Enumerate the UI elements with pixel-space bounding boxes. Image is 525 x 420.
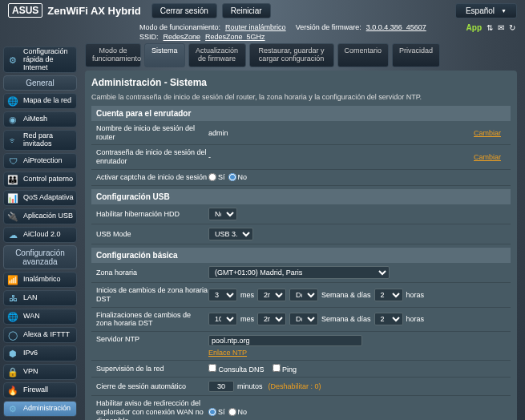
people-icon: 👪 — [6, 173, 19, 186]
dst-end-day[interactable]: Dom — [289, 313, 318, 325]
reboot-button[interactable]: Reiniciar — [222, 3, 271, 18]
sidebar-firewall[interactable]: 🔥Firewall — [3, 382, 77, 398]
wan-icon: 🌐 — [6, 310, 19, 323]
tab-feedback[interactable]: Comentario — [337, 43, 390, 67]
sidebar-network-map[interactable]: 🌐Mapa de la red — [3, 93, 77, 109]
panel-desc: Cambie la contraseña de inicio de sesión… — [91, 93, 511, 101]
sidebar-aiprotection[interactable]: 🛡AiProtection — [3, 153, 77, 169]
ipv6-icon: ⬢ — [6, 347, 19, 360]
sidebar-wireless[interactable]: 📶Inalámbrico — [3, 272, 77, 288]
section-usb: Configuración USB — [91, 189, 511, 204]
sidebar-alexa[interactable]: ◯Alexa & IFTTT — [3, 327, 77, 343]
change-pass-link[interactable]: Cambiar — [474, 153, 501, 161]
dst-start-day[interactable]: Dom — [289, 289, 318, 301]
change-login-link[interactable]: Cambiar — [474, 129, 501, 137]
ping-checkbox[interactable]: Ping — [273, 364, 297, 374]
sidebar-vpn[interactable]: 🔒VPN — [3, 364, 77, 380]
sidebar-general-head: General — [3, 75, 77, 91]
sidebar-usb-app[interactable]: 🔌Aplicación USB — [3, 208, 77, 224]
row-wan-redirect: Habilitar aviso de redirección del explo… — [91, 396, 511, 420]
alexa-icon: ◯ — [6, 329, 19, 341]
admin-panel: Administración - Sistema Cambie la contr… — [85, 71, 517, 420]
cloud-icon: ☁ — [6, 228, 19, 241]
section-account: Cuenta para el enrutador — [91, 106, 511, 121]
row-captcha: Activar captcha de inicio de sesión Sí N… — [91, 170, 511, 186]
dns-checkbox[interactable]: Consulta DNS — [208, 364, 265, 374]
wifi-icon: 📶 — [6, 273, 19, 286]
globe-icon: 🌐 — [6, 95, 19, 107]
dst-start-month[interactable]: 3 — [208, 289, 237, 301]
gauge-icon: 📊 — [6, 192, 19, 204]
sidebar-wan[interactable]: 🌐WAN — [3, 309, 77, 325]
section-basic: Configuración básica — [91, 248, 511, 263]
captcha-yes[interactable]: Sí — [208, 173, 225, 181]
ssid1-link[interactable]: RedesZone — [164, 33, 201, 41]
tab-privacy[interactable]: Privacidad — [392, 43, 440, 67]
tab-row: Modo de funcionamiento Sistema Actualiza… — [85, 43, 517, 67]
autologout-input[interactable] — [208, 381, 234, 392]
sidebar-aimesh[interactable]: ◉AiMesh — [3, 111, 77, 127]
main-content: Modo de funcionamiento Sistema Actualiza… — [80, 43, 525, 420]
dst-end-month[interactable]: 10 — [208, 313, 237, 325]
panel-title: Administración - Sistema — [91, 77, 511, 88]
dst-end-hour[interactable]: 2 — [374, 313, 403, 325]
ntp-link[interactable]: Enlace NTP — [208, 349, 506, 357]
hdd-select[interactable]: No — [208, 208, 237, 220]
app-link[interactable]: App — [466, 23, 482, 32]
sidebar-parental[interactable]: 👪Control paterno — [3, 172, 77, 188]
sidebar: ⚙ Configuración rápida de Internet Gener… — [0, 43, 80, 420]
vpn-icon: 🔒 — [6, 365, 19, 378]
sidebar-adv-head: Configuración avanzada — [3, 245, 77, 269]
fire-icon: 🔥 — [6, 384, 19, 397]
lan-icon: 🖧 — [6, 292, 19, 305]
captcha-no[interactable]: No — [228, 173, 248, 181]
language-dropdown[interactable]: Español — [455, 3, 517, 18]
model-name: ZenWiFi AX Hybrid — [47, 5, 140, 17]
row-login-name: Nombre de inicio de sesión del router ad… — [91, 121, 511, 146]
brand-logo: ASUS — [8, 3, 42, 18]
dst-start-week[interactable]: 2nd — [257, 289, 286, 301]
ntp-input[interactable] — [208, 335, 362, 346]
tab-opmode[interactable]: Modo de funcionamiento — [85, 43, 141, 67]
row-netmon: Supervisión de la red Consulta DNS Ping — [91, 361, 511, 378]
sidebar-administration[interactable]: ⚙Administración — [3, 401, 77, 417]
row-dst-start: Inicios de cambios de zona horaria DST 3… — [91, 283, 511, 308]
logout-button[interactable]: Cerrar sesión — [151, 3, 217, 18]
wanred-yes[interactable]: Sí — [208, 408, 225, 416]
mesh-icon: ◉ — [6, 113, 19, 126]
sidebar-aicloud[interactable]: ☁AiCloud 2.0 — [3, 227, 77, 243]
shield-icon: 🛡 — [6, 155, 19, 168]
wifi-status-icon[interactable]: ⇅ — [487, 23, 493, 32]
wizard-icon: ⚙ — [6, 54, 19, 67]
sidebar-qos[interactable]: 📊QoS Adaptativa — [3, 190, 77, 206]
sidebar-quick-setup[interactable]: ⚙ Configuración rápida de Internet — [3, 46, 77, 73]
timezone-select[interactable]: (GMT+01:00) Madrid, Paris — [208, 266, 390, 279]
info-line-2: SSID: RedesZone RedesZone_5GHz — [0, 32, 525, 43]
ssid2-link[interactable]: RedesZone_5GHz — [205, 33, 265, 41]
wanred-no[interactable]: No — [228, 408, 248, 416]
sidebar-lan[interactable]: 🖧LAN — [3, 290, 77, 306]
tab-firmware[interactable]: Actualización de firmware — [188, 43, 246, 67]
tab-restore[interactable]: Restaurar, guardar y cargar configuració… — [249, 43, 334, 67]
gear-icon: ⚙ — [6, 402, 19, 415]
sidebar-ipv6[interactable]: ⬢IPv6 — [3, 345, 77, 361]
usb-mode-select[interactable]: USB 3.0 — [208, 228, 253, 240]
ssid-label: SSID: — [139, 33, 159, 41]
row-usb-mode: USB Mode USB 3.0 — [91, 224, 511, 244]
usb-icon: 🔌 — [6, 210, 19, 223]
refresh-icon[interactable]: ↻ — [509, 23, 515, 32]
row-dst-end: Finalizaciones de cambios de zona horari… — [91, 308, 511, 333]
row-timezone: Zona horaria (GMT+01:00) Madrid, Paris — [91, 263, 511, 283]
tab-system[interactable]: Sistema — [144, 43, 185, 67]
row-autologout: Cierre de sesión automático minutos (Des… — [91, 378, 511, 396]
mode-label: Modo de funcionamiento: — [139, 23, 220, 31]
fw-value-link[interactable]: 3.0.0.4.386_45607 — [366, 23, 426, 31]
dst-start-hour[interactable]: 2 — [374, 289, 403, 301]
row-password: Contraseña de inicio de sesión del enrut… — [91, 145, 511, 170]
guest-icon: ᯤ — [6, 134, 19, 147]
sidebar-guest[interactable]: ᯤRed para invitados — [3, 130, 77, 151]
mode-value-link[interactable]: Router inalámbrico — [225, 23, 286, 31]
mail-icon[interactable]: ✉ — [498, 23, 504, 32]
dst-end-week[interactable]: 2nd — [257, 313, 286, 325]
row-ntp: Servidor NTP Enlace NTP — [91, 332, 511, 361]
